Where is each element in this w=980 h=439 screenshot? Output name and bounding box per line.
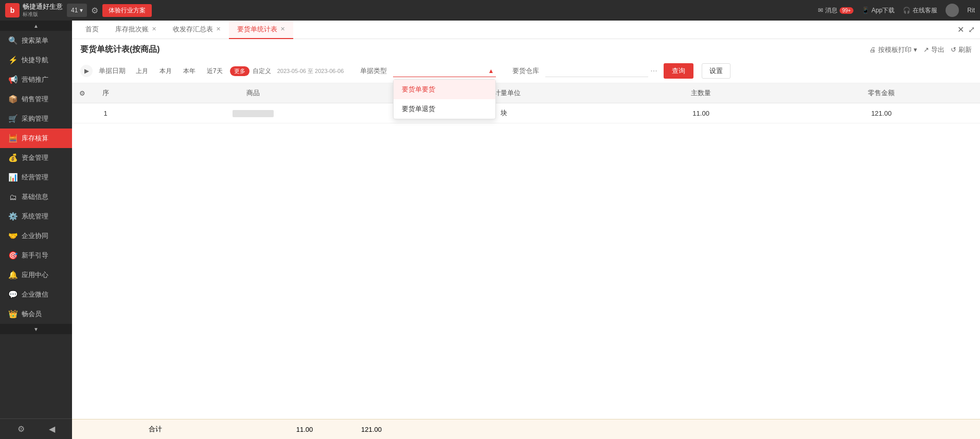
tab-order-stats-close[interactable]: ✕ (280, 26, 285, 32)
sidebar-item-system[interactable]: ⚙️ 系统管理 (0, 207, 72, 226)
type-select-input[interactable] (393, 65, 496, 77)
table-footer: 合计 11.00 121.00 (72, 419, 980, 439)
type-dropdown-menu: 要货单要货 要货单退货 (393, 79, 496, 119)
sidebar-item-inventory[interactable]: 🧮 库存核算 (0, 129, 72, 148)
table-wrapper: ⚙ 序 商品 主计量单位 主数量 零售金额 1 (72, 83, 980, 419)
online-service-action[interactable]: 🎧 在线客服 (903, 6, 937, 15)
page-actions: 🖨 按模板打印 ▾ ↗ 导出 ↺ 刷新 (869, 45, 972, 54)
sidebar-label-app-center: 应用中心 (22, 270, 48, 280)
sidebar-scroll-down[interactable]: ▼ (0, 324, 72, 334)
col-header-quantity: 主数量 (619, 83, 783, 103)
tab-inventory-batch-close[interactable]: ✕ (152, 26, 156, 32)
store-selector[interactable]: 41 ▾ (67, 4, 87, 17)
col-header-settings[interactable]: ⚙ (72, 83, 93, 103)
headset-icon: 🎧 (903, 7, 911, 14)
sidebar-item-vip[interactable]: 👑 畅会员 (0, 304, 72, 324)
header-settings-icon[interactable]: ⚙ (91, 6, 98, 15)
query-button[interactable]: 查询 (664, 63, 693, 79)
date-custom[interactable]: 自定义 (253, 67, 271, 76)
guide-icon: 🎯 (8, 251, 17, 260)
sidebar-item-app-center[interactable]: 🔔 应用中心 (0, 265, 72, 285)
app-download-action[interactable]: 📱 App下载 (862, 6, 895, 15)
content-area: 首页 库存批次账 ✕ 收发存汇总表 ✕ 要货单统计表 ✕ ✕ ⤢ (72, 21, 980, 439)
sidebar-label-purchase: 采购管理 (22, 114, 48, 123)
sidebar-item-operations[interactable]: 📊 经营管理 (0, 168, 72, 187)
footer-quantity: 11.00 (279, 426, 330, 433)
export-icon: ↗ (923, 46, 929, 53)
tab-expand-icon[interactable]: ⤢ (968, 25, 975, 34)
message-action[interactable]: ✉ 消息 99+ (818, 6, 853, 15)
dropdown-option-order-goods[interactable]: 要货单要货 (394, 80, 495, 99)
tab-order-stats[interactable]: 要货单统计表 ✕ (229, 21, 293, 39)
sidebar-item-wechat[interactable]: 💬 企业微信 (0, 285, 72, 304)
refresh-action[interactable]: ↺ 刷新 (951, 45, 972, 54)
sidebar-item-purchase[interactable]: 🛒 采购管理 (0, 109, 72, 129)
message-badge: 99+ (840, 7, 853, 14)
logo-icon: b (5, 3, 20, 17)
date-curr-month[interactable]: 本月 (155, 65, 176, 77)
app-download-label: App下载 (871, 6, 895, 15)
sidebar-item-marketing[interactable]: 📢 营销推广 (0, 70, 72, 89)
online-service-label: 在线客服 (913, 6, 937, 15)
row-product (118, 103, 388, 123)
sidebar-item-basic-info[interactable]: 🗂 基础信息 (0, 187, 72, 207)
tab-receivable-summary[interactable]: 收发存汇总表 ✕ (165, 21, 229, 39)
date-more-badge[interactable]: 更多 (230, 66, 250, 76)
col-header-no: 序 (93, 83, 118, 103)
tab-receivable-summary-label: 收发存汇总表 (173, 25, 213, 34)
export-action[interactable]: ↗ 导出 (923, 45, 945, 54)
page-header: 要货单统计表(按商品) 🖨 按模板打印 ▾ ↗ 导出 ↺ 刷新 (72, 39, 980, 59)
app-name-group: 畅捷通好生意 标准版 (23, 3, 63, 18)
tab-receivable-summary-close[interactable]: ✕ (216, 26, 221, 32)
phone-icon: 📱 (862, 7, 869, 14)
sidebar-item-guide[interactable]: 🎯 新手引导 (0, 246, 72, 265)
refresh-label: 刷新 (958, 45, 972, 54)
tab-close-all-icon[interactable]: ✕ (957, 25, 964, 34)
header-left: b 畅捷通好生意 标准版 41 ▾ ⚙ 体验行业方案 (5, 3, 152, 18)
enterprise-icon: 🤝 (8, 231, 17, 241)
sidebar-label-finance: 资金管理 (22, 153, 48, 162)
warehouse-input[interactable] (545, 65, 648, 77)
tab-bar-left: 首页 库存批次账 ✕ 收发存汇总表 ✕ 要货单统计表 ✕ (77, 21, 293, 39)
tab-inventory-batch[interactable]: 库存批次账 ✕ (107, 21, 165, 39)
sidebar-item-search[interactable]: 🔍 搜索菜单 (0, 31, 72, 50)
date-prev-month[interactable]: 上月 (132, 65, 152, 77)
sidebar-item-enterprise[interactable]: 🤝 企业协同 (0, 226, 72, 246)
store-name: 41 (71, 7, 78, 14)
sidebar-item-quick-nav[interactable]: ⚡ 快捷导航 (0, 50, 72, 70)
date-curr-year[interactable]: 本年 (179, 65, 200, 77)
top-header: b 畅捷通好生意 标准版 41 ▾ ⚙ 体验行业方案 ✉ 消息 99+ 📱 Ap… (0, 0, 980, 21)
sidebar-item-finance[interactable]: 💰 资金管理 (0, 148, 72, 168)
dropdown-option-order-return[interactable]: 要货单退货 (394, 99, 495, 119)
sidebar-collapse-icon[interactable]: ◀ (49, 424, 55, 434)
sidebar-label-vip: 畅会员 (22, 309, 42, 319)
refresh-icon: ↺ (951, 46, 956, 53)
print-action[interactable]: 🖨 按模板打印 ▾ (869, 45, 917, 54)
marketing-icon: 📢 (8, 75, 17, 84)
chevron-down-icon: ▾ (80, 7, 83, 14)
date-7days[interactable]: 近7天 (203, 65, 227, 77)
tab-home[interactable]: 首页 (77, 21, 107, 39)
warehouse-more-icon[interactable]: ··· (650, 66, 657, 76)
sidebar-settings-icon[interactable]: ⚙ (17, 424, 25, 434)
sidebar-item-sales[interactable]: 📦 销售管理 (0, 89, 72, 109)
date-range-text: 2023-05-06 至 2023-06-06 (277, 67, 344, 75)
system-icon: ⚙️ (8, 212, 17, 221)
sidebar-label-system: 系统管理 (22, 212, 48, 221)
type-select-wrapper: ▲ 要货单要货 要货单退货 (393, 65, 496, 77)
product-placeholder (233, 110, 274, 117)
sidebar-scroll-up[interactable]: ▲ (0, 21, 72, 31)
trial-button[interactable]: 体验行业方案 (102, 4, 152, 17)
basic-info-icon: 🗂 (8, 193, 17, 202)
footer-label: 合计 (124, 425, 186, 434)
tab-bar-right: ✕ ⤢ (957, 25, 975, 34)
filter-expand-button[interactable]: ▶ (80, 65, 93, 77)
quick-nav-icon: ⚡ (8, 56, 17, 65)
tab-bar: 首页 库存批次账 ✕ 收发存汇总表 ✕ 要货单统计表 ✕ ✕ ⤢ (72, 21, 980, 39)
app-sub: 标准版 (23, 11, 63, 18)
sales-icon: 📦 (8, 95, 17, 104)
print-icon: 🖨 (869, 46, 876, 53)
filter-settings-button[interactable]: 设置 (702, 63, 730, 79)
user-avatar[interactable] (946, 4, 959, 17)
col-header-product: 商品 (118, 83, 388, 103)
